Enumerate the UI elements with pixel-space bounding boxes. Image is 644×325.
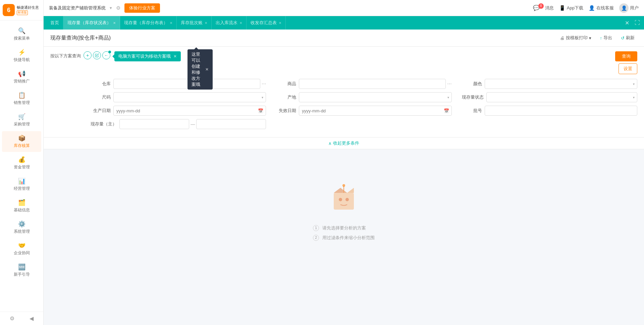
svg-rect-0: [334, 193, 354, 210]
empty-illustration: [324, 176, 364, 217]
color-select[interactable]: [485, 79, 637, 89]
svg-point-2: [345, 198, 349, 201]
stock-status-select[interactable]: [486, 92, 637, 102]
production-date-input[interactable]: [113, 106, 266, 116]
topbar-settings-icon[interactable]: ⚙: [116, 5, 120, 11]
sidebar-item-basic[interactable]: 🗂️ 基础信息: [2, 196, 41, 216]
sidebar-item-search[interactable]: 🔍 搜索菜单: [2, 24, 41, 45]
refresh-button[interactable]: ↺ 刷新: [618, 34, 637, 42]
sidebar-item-system[interactable]: ⚙️ 系统管理: [2, 217, 41, 238]
message-badge: 8: [538, 3, 544, 9]
stock-main-filter-row: 现存量（主） —: [91, 119, 266, 129]
content-area: 现存量查询(按仓库+商品) 🖨 按模板打印 ▾ ↑ 导出 ↺ 刷新: [44, 30, 644, 325]
expiry-date-calendar-icon[interactable]: 📅: [444, 108, 449, 113]
tab-inventory-status[interactable]: 现存量（库存状况表） ✕: [63, 16, 120, 30]
user-area[interactable]: 👤 用户: [619, 3, 639, 13]
search-icon: 🔍: [18, 27, 25, 35]
size-label: 尺码: [91, 94, 111, 100]
origin-label: 产地: [276, 94, 296, 100]
message-button[interactable]: 💬 8 消息: [533, 5, 554, 11]
tab-close-inventory-batch[interactable]: ✕: [205, 21, 207, 25]
size-select[interactable]: [113, 92, 266, 102]
stock-main-min-input[interactable]: [119, 119, 189, 129]
logo-icon: 6: [3, 4, 15, 16]
stock-status-label: 现存量状态: [462, 94, 484, 100]
guide-icon: 🆕: [18, 263, 25, 271]
warehouse-dots[interactable]: ···: [262, 81, 266, 87]
export-button[interactable]: ↑ 导出: [597, 34, 615, 42]
sidebar-item-sales[interactable]: 📋 销售管理: [2, 88, 41, 109]
sales-icon: 📋: [18, 92, 25, 99]
app-icon: 📱: [559, 5, 566, 11]
stock-status-filter-row: 现存量状态 ▾: [462, 92, 637, 102]
page-actions: 🖨 按模板打印 ▾ ↑ 导出 ↺ 刷新: [557, 34, 638, 42]
tab-collect-summary[interactable]: 收发存汇总表 ✕: [247, 16, 286, 30]
settings-button[interactable]: ⚙: [10, 315, 14, 322]
topbar: 装备及固定资产辅助管理系统 ▾ ⚙ 体验行业方案 💬 8 消息 📱 App下载 …: [44, 0, 644, 16]
back-button[interactable]: ←: [102, 51, 110, 59]
search-button[interactable]: 查询: [615, 51, 637, 61]
collapse-sidebar-button[interactable]: ◀: [30, 315, 34, 322]
tab-close-inventory-dist[interactable]: ✕: [170, 21, 172, 25]
production-date-calendar-icon[interactable]: 📅: [258, 108, 263, 113]
print-dropdown-icon: ▾: [589, 36, 591, 41]
batch-input[interactable]: [485, 106, 637, 116]
production-date-wrap: 📅: [113, 106, 266, 116]
setting-button[interactable]: 设置: [619, 63, 637, 74]
sidebar-item-marketing[interactable]: 📢 营销推广: [2, 67, 41, 88]
edit-scheme-button[interactable]: [93, 51, 101, 59]
size-select-wrap: ▾: [113, 92, 266, 102]
origin-select[interactable]: [299, 92, 451, 102]
sidebar-nav: 🔍 搜索菜单 ⚡ 快捷导航 📢 营销推广 📋 销售管理 🛒 采购管理 📦 库存核…: [0, 20, 43, 312]
tab-fullscreen-button[interactable]: ⛶: [633, 18, 641, 27]
svg-point-1: [339, 198, 342, 201]
service-icon: 👤: [589, 5, 595, 11]
production-date-label: 生产日期: [91, 108, 111, 114]
tab-close-collect-summary[interactable]: ✕: [279, 21, 281, 25]
filter-label: 按以下方案查询: [50, 51, 81, 61]
tab-close-all-button[interactable]: ✕: [624, 18, 631, 28]
sidebar-item-operations[interactable]: 📊 经营管理: [2, 174, 41, 195]
sidebar-item-enterprise[interactable]: 🤝 企业协同: [2, 238, 41, 259]
collapse-bar[interactable]: ∧ 收起更多条件: [44, 138, 644, 149]
tab-inout-flow[interactable]: 出入库流水 ✕: [212, 16, 247, 30]
color-label: 颜色: [462, 81, 482, 87]
tooltip-edit-scheme: 这里可以创建和修改方案哦 ✕: [187, 49, 213, 90]
topbar-dropdown-icon[interactable]: ▾: [110, 5, 112, 10]
product-input[interactable]: [299, 79, 446, 89]
expiry-date-input[interactable]: [299, 106, 451, 116]
tabbar-right: ✕ ⛶: [624, 18, 641, 28]
sidebar-item-purchase[interactable]: 🛒 采购管理: [2, 110, 41, 130]
export-icon: ↑: [600, 36, 602, 41]
production-date-filter-row: 生产日期 📅: [91, 106, 266, 116]
expiry-date-wrap: 📅: [299, 106, 451, 116]
stock-main-label: 现存量（主）: [91, 121, 117, 127]
sidebar-item-guide[interactable]: 🆕 新手引导: [2, 260, 41, 281]
warehouse-input[interactable]: [113, 79, 260, 89]
page-title: 现存量查询(按仓库+商品): [50, 35, 111, 42]
template-print-button[interactable]: 🖨 按模板打印 ▾: [557, 34, 594, 42]
sidebar-item-inventory[interactable]: 📦 库存核算: [2, 131, 41, 152]
sidebar-item-finance[interactable]: 💰 资金管理: [2, 153, 41, 173]
tab-close-inventory-status[interactable]: ✕: [113, 21, 116, 25]
add-scheme-button[interactable]: +: [84, 51, 92, 59]
refresh-icon: ↺: [621, 36, 625, 41]
tab-home[interactable]: 首页: [46, 16, 63, 30]
expiry-date-label: 失效日期: [276, 108, 296, 114]
empty-text: 1 请先选择要分析的方案 2 用过滤条件来缩小分析范围: [313, 224, 375, 242]
trial-button[interactable]: 体验行业方案: [124, 3, 160, 13]
sidebar-item-quick[interactable]: ⚡ 快捷导航: [2, 45, 41, 66]
origin-filter-row: 产地 ▾: [276, 92, 451, 102]
product-dots[interactable]: ···: [447, 81, 451, 87]
online-service-button[interactable]: 👤 在线客服: [589, 5, 614, 11]
tooltip1-close-button[interactable]: ✕: [173, 54, 177, 59]
tab-inventory-batch[interactable]: 库存批次账 ✕: [177, 16, 212, 30]
empty-step2-num: 2: [313, 235, 319, 241]
stock-main-max-input[interactable]: [196, 119, 266, 129]
batch-label: 批号: [462, 108, 482, 114]
tab-close-inout-flow[interactable]: ✕: [239, 21, 242, 25]
tooltip2-close-button[interactable]: ✕: [205, 67, 209, 72]
tooltip-pc-scheme: 电脑方案可设为移动方案哦 ✕: [114, 51, 181, 61]
app-download-button[interactable]: 📱 App下载: [559, 5, 583, 11]
tab-inventory-dist[interactable]: 现存量（库存分布表） ✕: [120, 16, 177, 30]
